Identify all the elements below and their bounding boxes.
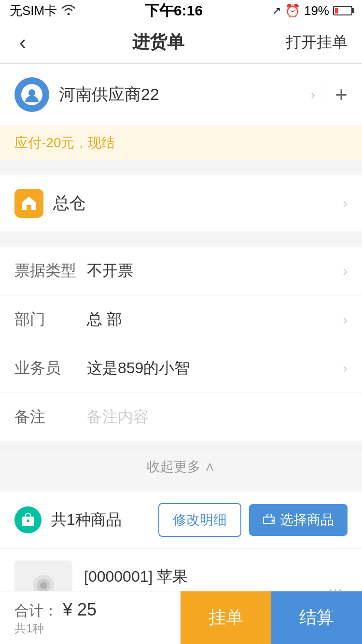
products-icon <box>14 506 42 533</box>
bottom-bar: 合计： ¥ 25 共1种 挂单 结算 <box>0 591 362 644</box>
svg-point-7 <box>40 582 47 589</box>
status-bar-time: 下午6:16 <box>145 1 203 21</box>
supplier-name: 河南供应商22 <box>59 84 306 106</box>
select-product-label: 选择商品 <box>280 511 334 529</box>
status-bar: 无SIM卡 下午6:16 ↗ ⏰ 19% <box>0 0 362 21</box>
department-value: 总 部 <box>82 309 338 330</box>
add-supplier-button[interactable]: + <box>335 83 348 107</box>
remark-input[interactable]: 备注内容 <box>82 406 348 428</box>
svg-point-3 <box>27 519 29 522</box>
supplier-warning: 应付-20元，现结 <box>0 126 362 160</box>
warehouse-name: 总仓 <box>53 192 338 214</box>
department-label: 部门 <box>14 309 82 330</box>
hold-button[interactable]: 挂单 <box>181 591 271 644</box>
salesperson-chevron-icon: › <box>343 360 348 377</box>
salesperson-value: 这是859的小智 <box>82 358 338 379</box>
status-bar-left: 无SIM卡 <box>10 2 75 19</box>
carrier-label: 无SIM卡 <box>10 2 57 19</box>
product-code: [0000001] <box>84 568 157 585</box>
products-header: 共1种商品 修改明细 选择商品 <box>0 491 362 549</box>
supplier-row[interactable]: 河南供应商22 › + <box>0 64 362 126</box>
alarm-icon: ⏰ <box>285 3 300 18</box>
warehouse-section: 总仓 › <box>0 175 362 231</box>
total-count: 共1种 <box>14 621 166 636</box>
wifi-icon <box>62 3 75 18</box>
invoice-chevron-icon: › <box>343 263 348 279</box>
edit-detail-button[interactable]: 修改明细 <box>158 503 241 537</box>
location-icon: ↗ <box>272 4 281 17</box>
remark-row[interactable]: 备注 备注内容 <box>0 393 362 441</box>
main-content: 河南供应商22 › + 应付-20元，现结 总仓 › 票据类型 不开票 › <box>0 64 362 644</box>
checkout-button[interactable]: 结算 <box>271 591 362 644</box>
total-section: 合计： ¥ 25 共1种 <box>0 600 181 636</box>
total-label: 合计： <box>14 602 58 618</box>
department-chevron-icon: › <box>343 311 348 328</box>
department-row[interactable]: 部门 总 部 › <box>0 295 362 344</box>
battery-icon <box>333 6 352 15</box>
collapse-button[interactable]: 收起更多 ∧ <box>0 449 362 484</box>
remark-label: 备注 <box>14 406 82 428</box>
nav-bar: ‹ 进货单 打开挂单 <box>0 21 362 64</box>
battery-percent: 19% <box>304 3 329 18</box>
supplier-chevron-icon: › <box>310 86 315 103</box>
status-bar-right: ↗ ⏰ 19% <box>272 3 352 18</box>
page-title: 进货单 <box>132 30 184 54</box>
supplier-divider <box>325 83 325 107</box>
invoice-label: 票据类型 <box>14 260 82 281</box>
salesperson-row[interactable]: 业务员 这是859的小智 › <box>0 344 362 393</box>
collapse-label: 收起更多 ∧ <box>147 458 216 476</box>
select-product-button[interactable]: 选择商品 <box>249 504 348 536</box>
salesperson-label: 业务员 <box>14 358 82 379</box>
warehouse-icon <box>14 189 43 218</box>
product-title: 苹果 <box>157 568 188 585</box>
form-section: 票据类型 不开票 › 部门 总 部 › 业务员 这是859的小智 › 备注 备注… <box>0 247 362 441</box>
svg-point-0 <box>28 89 35 96</box>
products-count: 共1种商品 <box>51 509 158 531</box>
open-hold-button[interactable]: 打开挂单 <box>286 32 348 53</box>
warehouse-chevron-icon: › <box>343 195 348 211</box>
invoice-row[interactable]: 票据类型 不开票 › <box>0 247 362 295</box>
product-name: [0000001] 苹果 <box>84 566 312 588</box>
supplier-avatar <box>14 77 49 112</box>
total-value: ¥ 25 <box>63 600 97 619</box>
back-button[interactable]: ‹ <box>14 26 31 59</box>
supplier-section: 河南供应商22 › + 应付-20元，现结 <box>0 64 362 160</box>
svg-rect-1 <box>27 205 31 210</box>
cart-icon <box>263 514 276 526</box>
invoice-value: 不开票 <box>82 260 338 281</box>
total-amount: 合计： ¥ 25 <box>14 600 166 621</box>
warehouse-row[interactable]: 总仓 › <box>0 175 362 231</box>
